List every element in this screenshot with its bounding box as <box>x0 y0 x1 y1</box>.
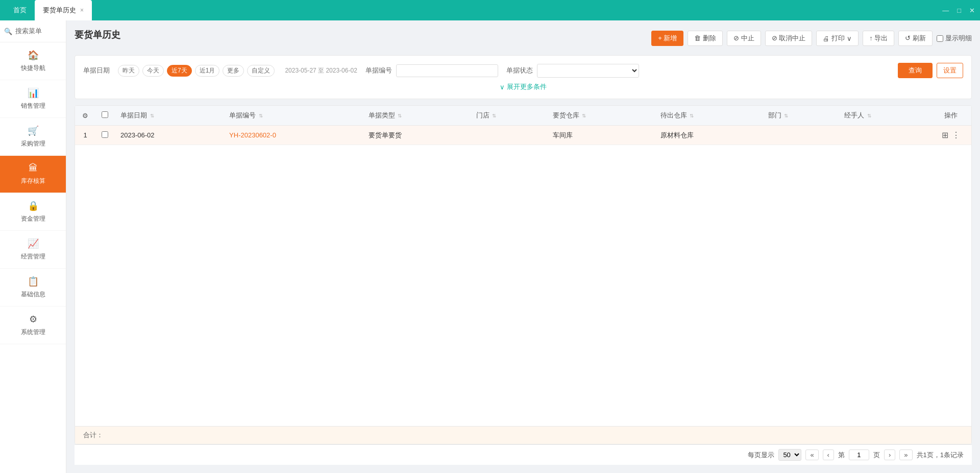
page-label: 第 <box>838 451 845 460</box>
query-button[interactable]: 查询 <box>898 63 933 78</box>
data-table: ⚙ 单据日期 ⇅ 单据编号 ⇅ <box>75 106 971 145</box>
print-button[interactable]: 🖨 🖨 打印 打印 ∨ <box>816 31 859 46</box>
cell-doc-type: 要货单要货 <box>362 126 470 145</box>
stop-button[interactable]: ⊘ 中止 <box>727 31 761 46</box>
date-btn-1month[interactable]: 近1月 <box>195 65 220 77</box>
action-group: + 新增 🗑 删除 ⊘ 中止 ⊘ 取消中止 🖨 🖨 打印 打印 ∨ ↑ 导出 ↺… <box>651 31 972 46</box>
sidebar-item-label: 销售管理 <box>21 102 45 110</box>
th-store[interactable]: 门店 ⇅ <box>470 106 547 126</box>
doc-no-link[interactable]: YH-20230602-0 <box>229 131 276 139</box>
date-btn-more[interactable]: 更多 <box>223 65 244 77</box>
date-btn-today[interactable]: 今天 <box>142 65 164 77</box>
sidebar-item-label: 资金管理 <box>21 215 45 223</box>
sort-store-icon: ⇅ <box>492 113 496 119</box>
sidebar-item-inventory[interactable]: 🏛 库存核算 <box>0 156 66 193</box>
window-minimize[interactable]: — <box>942 7 949 14</box>
cell-pending-wh: 原材料仓库 <box>654 126 762 145</box>
expand-more[interactable]: ∨ 展开更多条件 <box>83 82 963 91</box>
sidebar-item-finance[interactable]: 🔒 资金管理 <box>0 193 66 231</box>
sort-doctype-icon: ⇅ <box>398 113 402 119</box>
th-gear[interactable]: ⚙ <box>75 106 95 126</box>
sidebar-item-label: 采购管理 <box>21 139 45 148</box>
sort-docno-icon: ⇅ <box>259 113 263 119</box>
per-page-select[interactable]: 50 <box>778 449 801 461</box>
export-button[interactable]: ↑ 导出 <box>863 31 894 46</box>
status-select[interactable] <box>537 64 639 78</box>
sidebar-item-purchase[interactable]: 🛒 采购管理 <box>0 118 66 156</box>
close-tab-icon[interactable]: × <box>80 7 84 14</box>
content-area: 要货单历史 + 新增 🗑 删除 ⊘ 中止 ⊘ 取消中止 🖨 🖨 打印 打印 ∨ … <box>66 20 980 473</box>
tab-history[interactable]: 要货单历史 × <box>35 0 92 20</box>
th-checkbox <box>95 106 114 126</box>
sidebar-item-sales[interactable]: 📊 销售管理 <box>0 80 66 118</box>
cancel-stop-button[interactable]: ⊘ 取消中止 <box>765 31 813 46</box>
sort-dept-icon: ⇅ <box>784 113 788 119</box>
settings-button[interactable]: 设置 <box>937 63 963 78</box>
refresh-button[interactable]: ↺ 刷新 <box>898 31 933 46</box>
th-doc-no[interactable]: 单据编号 ⇅ <box>223 106 362 126</box>
delete-button[interactable]: 🗑 删除 <box>688 31 723 46</box>
view-op-icon[interactable]: ⊞ <box>941 130 949 140</box>
date-btn-7days[interactable]: 近7天 <box>167 65 192 77</box>
window-controls: — □ ✕ <box>942 7 975 14</box>
gear-icon-th: ⚙ <box>82 112 88 120</box>
row-checkbox[interactable] <box>102 131 108 138</box>
th-date[interactable]: 单据日期 ⇅ <box>114 106 223 126</box>
th-request-wh[interactable]: 要货仓库 ⇅ <box>547 106 654 126</box>
page-input[interactable] <box>849 450 869 460</box>
th-handler[interactable]: 经手人 ⇅ <box>838 106 930 126</box>
expand-more-label: 展开更多条件 <box>507 82 547 91</box>
page-suffix: 页 <box>873 451 880 460</box>
cart-icon: 🛒 <box>28 125 39 136</box>
th-pending-wh[interactable]: 待出仓库 ⇅ <box>654 106 762 126</box>
cell-request-wh: 车间库 <box>547 126 654 145</box>
date-btn-yesterday[interactable]: 昨天 <box>118 65 139 77</box>
sidebar-item-basic-info[interactable]: 📋 基础信息 <box>0 269 66 306</box>
cell-doc-no: YH-20230602-0 <box>223 126 362 145</box>
tab-home[interactable]: 首页 <box>5 0 35 20</box>
gear-icon: ⚙ <box>29 314 37 325</box>
status-label: 单据状态 <box>506 66 533 75</box>
prev-page-button[interactable]: ‹ <box>823 450 834 460</box>
sort-date-icon: ⇅ <box>150 113 154 119</box>
sidebar-item-quick-nav[interactable]: 🏠 快捷导航 <box>0 42 66 80</box>
th-ops: 操作 <box>930 106 971 126</box>
operations-icon: 📈 <box>28 238 39 249</box>
last-page-button[interactable]: » <box>899 450 912 460</box>
info-icon: 📋 <box>28 276 39 287</box>
more-op-icon[interactable]: ⋮ <box>951 130 961 140</box>
header-row: ⚙ 单据日期 ⇅ 单据编号 ⇅ <box>75 106 971 126</box>
sidebar-item-operations[interactable]: 📈 经营管理 <box>0 231 66 269</box>
window-close[interactable]: ✕ <box>969 7 975 14</box>
date-range-display: 2023-05-27 至 2023-06-02 <box>285 66 357 75</box>
title-action-bar: 要货单历史 + 新增 🗑 删除 ⊘ 中止 ⊘ 取消中止 🖨 🖨 打印 打印 ∨ … <box>75 29 972 48</box>
search-icon: 🔍 <box>4 28 12 35</box>
new-button[interactable]: + 新增 <box>651 31 683 46</box>
expand-more-icon: ∨ <box>500 83 505 91</box>
sidebar-item-label: 快捷导航 <box>21 64 45 73</box>
status-group: 单据状态 <box>506 64 639 78</box>
sidebar-search[interactable]: 🔍 搜索菜单 <box>0 20 66 42</box>
table-header: ⚙ 单据日期 ⇅ 单据编号 ⇅ <box>75 106 971 126</box>
date-filter-label: 单据日期 <box>83 66 110 75</box>
filter-row-1: 单据日期 昨天 今天 近7天 近1月 更多 自定义 2023-05-27 至 2… <box>83 63 963 78</box>
cell-dept <box>762 126 839 145</box>
cell-checkbox <box>95 126 114 145</box>
tab-bar: 首页 要货单历史 × <box>5 0 92 20</box>
date-btn-custom[interactable]: 自定义 <box>247 65 275 77</box>
display-detail-checkbox[interactable] <box>937 35 943 42</box>
th-doc-type[interactable]: 单据类型 ⇅ <box>362 106 470 126</box>
sidebar-item-label: 基础信息 <box>21 290 45 299</box>
first-page-button[interactable]: « <box>805 450 818 460</box>
doc-no-input[interactable] <box>396 64 498 77</box>
th-dept[interactable]: 部门 ⇅ <box>762 106 839 126</box>
pagination-bar: 每页显示 50 « ‹ 第 页 › » 共1页，1条记录 <box>75 444 972 465</box>
select-all-checkbox[interactable] <box>102 111 108 118</box>
per-page-label: 每页显示 <box>748 451 774 460</box>
sidebar-item-system[interactable]: ⚙ 系统管理 <box>0 306 66 344</box>
next-page-button[interactable]: › <box>884 450 895 460</box>
table-container: ⚙ 单据日期 ⇅ 单据编号 ⇅ <box>75 105 972 444</box>
warehouse-icon: 🏛 <box>29 163 38 174</box>
page-title: 要货单历史 <box>75 29 120 41</box>
window-maximize[interactable]: □ <box>957 7 961 14</box>
